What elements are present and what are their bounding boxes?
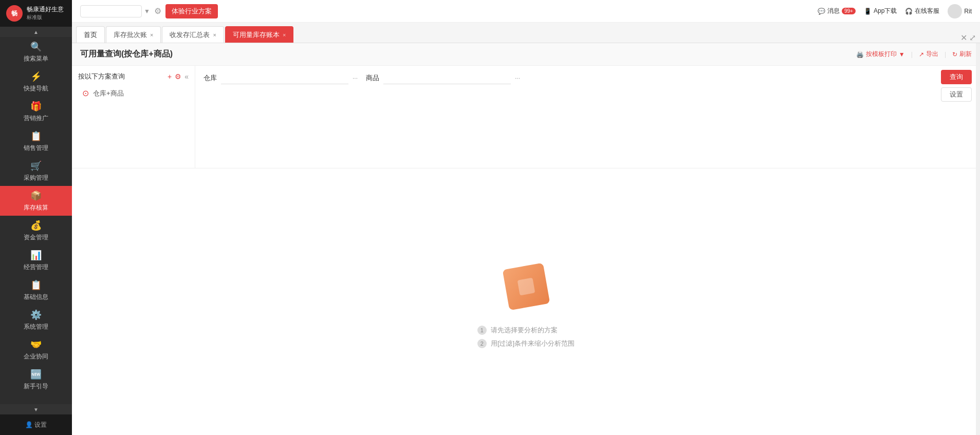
- sidebar-item-label: 资金管理: [24, 233, 48, 242]
- scheme-item-warehouse-goods[interactable]: ⊙ 仓库+商品: [78, 85, 189, 101]
- handshake-icon: 🤝: [30, 339, 42, 350]
- scheme-setting-icon[interactable]: ⚙: [175, 72, 181, 81]
- sidebar-item-basic[interactable]: 📋 基础信息: [0, 275, 72, 305]
- clipboard-icon: 📋: [30, 130, 42, 142]
- app-download-item[interactable]: 📱 App下载: [864, 7, 897, 15]
- sidebar-item-enterprise[interactable]: 🤝 企业协同: [0, 335, 72, 365]
- topbar-left: ▼ ⚙ 体验行业方案: [80, 4, 218, 18]
- goods-input[interactable]: [383, 72, 511, 84]
- topbar-search-input[interactable]: [80, 5, 142, 17]
- tab-batch-label: 库存批次账: [114, 30, 147, 40]
- content-wrapper: 可用量查询(按仓库+商品) 🖨️ 按模板打印 ▼ | ↗ 导出 | ↻: [72, 43, 980, 435]
- tab-summary-close[interactable]: ×: [213, 32, 216, 38]
- empty-illustration: [495, 256, 557, 317]
- avatar: [948, 4, 962, 18]
- chevron-down-icon[interactable]: ▼: [144, 8, 150, 15]
- sidebar-item-finance[interactable]: 💰 资金管理: [0, 216, 72, 245]
- sidebar-item-label: 快捷导航: [24, 84, 48, 93]
- sidebar-item-purchase[interactable]: 🛒 采购管理: [0, 156, 72, 186]
- page-header: 可用量查询(按仓库+商品) 🖨️ 按模板打印 ▼ | ↗ 导出 | ↻: [72, 43, 980, 66]
- sidebar-item-shortcut[interactable]: ⚡ 快捷导航: [0, 67, 72, 97]
- page-actions: 🖨️ 按模板打印 ▼ | ↗ 导出 | ↻ 刷新: [856, 50, 972, 59]
- print-dropdown-icon[interactable]: ▼: [899, 51, 905, 58]
- sidebar-item-marketing[interactable]: 🎁 营销推广: [0, 97, 72, 126]
- message-label: 消息: [827, 7, 840, 15]
- sidebar-item-search[interactable]: 🔍 搜索菜单: [0, 37, 72, 67]
- goods-more-icon[interactable]: ···: [515, 74, 520, 82]
- gear-icon: ⚙️: [30, 309, 42, 320]
- tab-summary-label: 收发存汇总表: [170, 30, 210, 40]
- warehouse-input[interactable]: [221, 72, 348, 84]
- tab-home[interactable]: 首页: [76, 26, 105, 43]
- topbar-input-group: ▼: [80, 5, 150, 17]
- tab-available-label: 可用量库存账本: [233, 30, 280, 40]
- chart-icon: 📊: [30, 250, 42, 261]
- hint-text-2: 用[过滤]条件来缩小分析范围: [491, 339, 575, 348]
- gift-icon: 🎁: [30, 101, 42, 112]
- customer-service-item[interactable]: 🎧 在线客服: [905, 7, 939, 15]
- empty-hint-1: 1 请先选择要分析的方案: [477, 326, 575, 335]
- sidebar-item-label: 企业协同: [24, 352, 48, 361]
- message-item[interactable]: 💬 消息 99+: [818, 7, 856, 15]
- app-download-label: App下载: [874, 7, 897, 15]
- print-button[interactable]: 🖨️ 按模板打印 ▼: [856, 50, 905, 59]
- content: 可用量查询(按仓库+商品) 🖨️ 按模板打印 ▼ | ↗ 导出 | ↻: [72, 43, 980, 435]
- sidebar-bottom-label: 👤 设置: [25, 421, 47, 429]
- tab-bar-right: ✕ ⤢: [960, 33, 980, 43]
- sidebar-item-guide[interactable]: 🆕 新手引导: [0, 365, 72, 394]
- hint-num-1: 1: [477, 326, 487, 335]
- tabbar: 首页 库存批次账 × 收发存汇总表 × 可用量库存账本 × ✕ ⤢: [72, 23, 980, 43]
- setting-button[interactable]: 设置: [941, 87, 972, 102]
- empty-box-icon: [502, 262, 550, 310]
- sidebar-item-system[interactable]: ⚙️ 系统管理: [0, 305, 72, 335]
- tab-batch-close[interactable]: ×: [150, 32, 153, 38]
- main-content: ▼ ⚙ 体验行业方案 💬 消息 99+ 📱 App下载 🎧 在线客服 Rit: [72, 0, 980, 435]
- sidebar-item-label: 新手引导: [24, 382, 48, 391]
- sidebar-item-label: 采购管理: [24, 174, 48, 182]
- tab-summary[interactable]: 收发存汇总表 ×: [162, 26, 224, 43]
- tab-expand-icon[interactable]: ⤢: [969, 33, 976, 43]
- sidebar-item-operation[interactable]: 📊 经营管理: [0, 245, 72, 275]
- refresh-icon: ↻: [952, 51, 957, 58]
- print-label: 按模板打印: [866, 50, 897, 59]
- empty-hints: 1 请先选择要分析的方案 2 用[过滤]条件来缩小分析范围: [477, 326, 575, 348]
- sidebar-item-label: 系统管理: [24, 323, 48, 331]
- sidebar-menu: 🔍 搜索菜单 ⚡ 快捷导航 🎁 营销推广 📋 销售管理 🛒 采购管理 📦 库存核…: [0, 37, 72, 404]
- empty-state: 1 请先选择要分析的方案 2 用[过滤]条件来缩小分析范围: [72, 168, 980, 435]
- trial-button[interactable]: 体验行业方案: [165, 4, 218, 18]
- add-scheme-icon[interactable]: +: [168, 72, 172, 81]
- tab-available-close[interactable]: ×: [283, 32, 286, 38]
- right-scrollbar[interactable]: [976, 43, 980, 435]
- warehouse-more-icon[interactable]: ···: [353, 74, 358, 82]
- query-sidebar-header: 按以下方案查询 + ⚙ «: [78, 72, 189, 81]
- sidebar-item-label: 库存核算: [24, 203, 48, 212]
- export-label: 导出: [926, 50, 938, 59]
- sidebar-settings[interactable]: 👤 设置: [0, 414, 72, 435]
- sidebar-item-label: 基础信息: [24, 293, 48, 301]
- topbar-gear-icon[interactable]: ⚙: [154, 6, 161, 16]
- search-icon: 🔍: [30, 41, 42, 52]
- scheme-label: 仓库+商品: [93, 89, 124, 98]
- scheme-dot-icon: ⊙: [82, 88, 89, 98]
- collapse-icon[interactable]: «: [184, 72, 189, 81]
- tab-close-icon[interactable]: ✕: [960, 33, 967, 43]
- refresh-button[interactable]: ↻ 刷新: [952, 50, 972, 59]
- sidebar-scroll-up[interactable]: ▲: [0, 27, 72, 37]
- hint-text-1: 请先选择要分析的方案: [491, 326, 558, 335]
- tab-batch[interactable]: 库存批次账 ×: [106, 26, 161, 43]
- query-button[interactable]: 查询: [941, 70, 972, 84]
- sidebar-scroll-down[interactable]: ▼: [0, 404, 72, 414]
- export-button[interactable]: ↗ 导出: [919, 50, 938, 59]
- query-sidebar-title: 按以下方案查询: [78, 72, 125, 81]
- sidebar-item-inventory[interactable]: 📦 库存核算: [0, 186, 72, 216]
- hint-num-2: 2: [477, 339, 487, 348]
- sidebar-item-sales[interactable]: 📋 销售管理: [0, 126, 72, 156]
- query-btn-area: 查询 设置: [939, 66, 980, 168]
- sidebar-item-label: 搜索菜单: [24, 54, 48, 63]
- query-area: 按以下方案查询 + ⚙ « ⊙ 仓库+商品: [72, 66, 980, 168]
- empty-face: [517, 277, 535, 295]
- user-menu[interactable]: Rit: [948, 4, 972, 18]
- lightning-icon: ⚡: [30, 71, 42, 82]
- print-icon: 🖨️: [856, 51, 864, 58]
- tab-available[interactable]: 可用量库存账本 ×: [225, 26, 293, 43]
